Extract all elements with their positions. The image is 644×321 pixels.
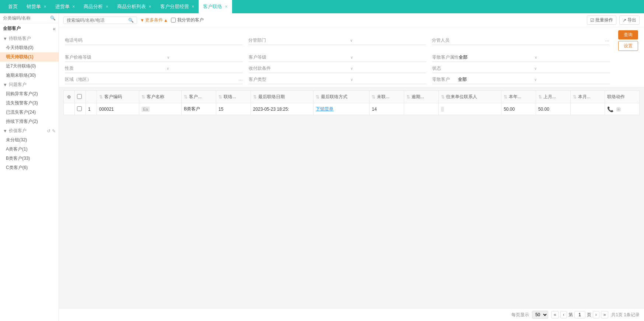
select-all-checkbox[interactable]: [77, 94, 82, 99]
query-button[interactable]: 查询: [618, 30, 638, 39]
sidebar-item-declining[interactable]: 持续下滑客户(2): [0, 117, 59, 126]
filter-region-dots[interactable]: ···: [238, 77, 243, 83]
next-page-btn[interactable]: ›: [593, 311, 599, 318]
export-btn[interactable]: ↗ 导出: [619, 15, 640, 25]
nav-customer-contact[interactable]: 客户联络 ×: [199, 0, 232, 13]
value-refresh-icon[interactable]: ↺: [47, 128, 50, 134]
sidebar-item-repurchase-abnormal[interactable]: 回购异常客户(2): [0, 89, 59, 99]
search-box: 🔍: [63, 17, 137, 24]
filter-icon: ▼: [140, 18, 144, 23]
filter-manager-dots[interactable]: ···: [605, 38, 609, 44]
filter-row-2: 客户价格等级 ∨ 客户等级 ∨ 零散客户属性 全部: [65, 53, 638, 62]
my-customers-check[interactable]: [171, 18, 176, 23]
page-size-select[interactable]: 50: [532, 311, 548, 319]
table-header-row: ⚙ ⇅ 客户编码: [64, 91, 640, 103]
search-input[interactable]: [67, 18, 128, 23]
filter-retail-attr-label: 零散客户属性: [432, 54, 459, 61]
filter-retail-customer-select[interactable]: 全部 ∨: [458, 76, 610, 83]
nav-sales-order[interactable]: 销货单 ×: [22, 0, 51, 13]
filter-payment-arrow: ∨: [350, 66, 426, 70]
sidebar-item-a-class[interactable]: A类客户(1): [0, 145, 59, 154]
td-last-month: 50.00: [536, 103, 570, 115]
sort-tm-icon[interactable]: ⇅: [573, 94, 577, 100]
sidebar-item-7days[interactable]: 近7天待联络(0): [0, 62, 59, 71]
first-page-btn[interactable]: «: [551, 311, 559, 318]
phone-action-icon[interactable]: 📞: [607, 106, 613, 112]
sort-overdue-icon[interactable]: ⇅: [406, 94, 410, 100]
sort-ty-icon[interactable]: ⇅: [504, 94, 507, 100]
sort-icon[interactable]: ⇅: [99, 94, 103, 100]
filter-region: 区域（地区） ···: [65, 75, 243, 84]
value-group-text: 价值客户: [9, 128, 27, 134]
filter-payment-select[interactable]: ∨: [274, 66, 427, 70]
th-last-month: ⇅ 上月...: [536, 91, 570, 103]
prev-page-btn[interactable]: ‹: [560, 311, 567, 318]
row-checkbox[interactable]: [77, 106, 82, 111]
pending-group-label[interactable]: ▼ 待联络客户: [0, 34, 59, 43]
problem-arrow: ▼: [3, 82, 7, 87]
sidebar-all-customers[interactable]: 全部客户 «: [0, 23, 59, 34]
customer-table: ⚙ ⇅ 客户编码: [63, 90, 640, 115]
filter-status-select[interactable]: ∨: [458, 66, 610, 70]
sort-uc-icon[interactable]: ⇅: [441, 94, 445, 100]
filter-customer-type-select[interactable]: ∨: [274, 77, 427, 82]
sidebar-item-churned[interactable]: 已流失客户(24): [0, 108, 59, 117]
toolbar: 🔍 ▼ 更多条件 ▲ 我分管的客户 ☑ 批量操作 ↗ 导出: [59, 13, 644, 27]
sort-type-icon[interactable]: ⇅: [184, 94, 188, 100]
filter-row-1: 电话号码 分管部门 ∨ 分管人员 ···: [65, 30, 638, 51]
sort-date-icon[interactable]: ⇅: [253, 94, 257, 100]
filter-customer-level: 客户等级 ∨: [249, 53, 427, 62]
filter-price-level: 客户价格等级 ∨: [65, 53, 243, 62]
filter-dept-select[interactable]: ∨: [274, 38, 426, 42]
filter-price-level-select[interactable]: ∨: [91, 55, 243, 59]
filter-retail-attr-select[interactable]: 全部 ∨: [459, 54, 610, 61]
col-nc-label: 未联...: [377, 94, 389, 100]
filter-phone-label: 电话号码: [65, 37, 91, 44]
batch-operation-btn[interactable]: ☑ 批量操作: [587, 15, 616, 25]
sidebar-item-today[interactable]: 今天待联络(0): [0, 43, 59, 52]
sidebar-item-ungrouped[interactable]: 未分组(32): [0, 135, 59, 145]
sidebar-search-input[interactable]: [3, 15, 50, 21]
sidebar-search-icon[interactable]: 🔍: [50, 15, 56, 21]
sort-contact-icon[interactable]: ⇅: [218, 94, 222, 100]
last-page-btn[interactable]: »: [601, 311, 609, 318]
reset-button[interactable]: 设置: [618, 41, 638, 51]
value-group-label[interactable]: ▼ 价值客户 ↺ ✎: [0, 126, 59, 135]
td-last-date: 2023-05-23 18:25:: [251, 103, 314, 115]
sidebar: 🔍 全部客户 « ▼ 待联络客户 今天待联络(0) 明天待联络(1) 近7天待联…: [0, 13, 59, 321]
th-last-way: ⇅ 最后联络方式: [314, 91, 370, 103]
sidebar-item-tomorrow[interactable]: 明天待联络(1): [0, 52, 59, 62]
sort-way-icon[interactable]: ⇅: [316, 94, 319, 100]
filter-phone-input[interactable]: [91, 38, 242, 43]
nav-product-analysis-list[interactable]: 商品分析列表 ×: [113, 0, 156, 13]
my-customers-label: 我分管的客户: [177, 17, 204, 23]
search-icon[interactable]: 🔍: [128, 18, 134, 23]
filter-manager-label: 分管人员: [432, 37, 458, 44]
td-gear: [64, 103, 75, 115]
sidebar-item-overdue[interactable]: 逾期未联络(30): [0, 71, 59, 80]
nav-product-analysis[interactable]: 商品分析 ×: [79, 0, 113, 13]
my-customers-checkbox[interactable]: 我分管的客户: [171, 17, 204, 23]
gear-icon[interactable]: ⚙: [67, 94, 71, 100]
nav-customer-segment[interactable]: 客户分层经营 ×: [156, 0, 199, 13]
sidebar-item-churn-warning[interactable]: 流失预警客户(3): [0, 99, 59, 108]
page-number-input[interactable]: [574, 311, 585, 318]
problem-group-label[interactable]: ▼ 问题客户: [0, 80, 59, 89]
value-edit-icon[interactable]: ✎: [52, 128, 56, 134]
filter-customer-level-select[interactable]: ∨: [274, 55, 427, 59]
col-overdue-label: 逾期...: [412, 94, 424, 100]
sort-name-icon[interactable]: ⇅: [141, 94, 145, 100]
nav-purchase-order[interactable]: 进货单 ×: [51, 0, 80, 13]
sidebar-item-b-class[interactable]: B类客户(33): [0, 154, 59, 163]
more-conditions-btn[interactable]: ▼ 更多条件 ▲: [140, 17, 168, 23]
td-not-contacted: 14: [370, 103, 404, 115]
sidebar-item-c-class[interactable]: C类客户(6): [0, 163, 59, 172]
sort-lm-icon[interactable]: ⇅: [538, 94, 542, 100]
last-way-link[interactable]: 下销货单: [316, 106, 333, 111]
grid-action-icon[interactable]: ⊞: [616, 106, 621, 112]
sort-nc-icon[interactable]: ⇅: [372, 94, 375, 100]
filter-panel: 电话号码 分管部门 ∨ 分管人员 ···: [59, 27, 644, 87]
nav-home[interactable]: 首页: [4, 0, 22, 13]
filter-nature-select[interactable]: ∨: [91, 66, 243, 70]
td-this-year: 50.00: [501, 103, 536, 115]
